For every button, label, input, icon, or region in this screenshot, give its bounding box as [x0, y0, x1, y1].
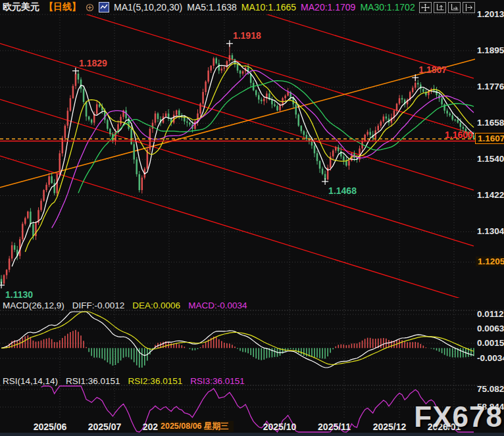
- rsi-panel-header: RSI(14,14,14) RSI1:36.0151 RSI2:36.0151 …: [3, 376, 245, 386]
- ma-group-label: MA1(5,10,20,30): [114, 2, 182, 12]
- time-axis-label: 2025/06: [34, 422, 67, 432]
- macd-axis-tick: 0.0112: [477, 309, 504, 319]
- ma30-value: MA30:1.1702: [360, 2, 415, 12]
- trading-chart-screen: 欧元美元 【日线】 MA1(5,10,20,30) MA5:1.1638 MA1…: [0, 0, 504, 436]
- time-axis-label: 2025/12: [373, 422, 407, 432]
- y-axis-tick: 1.1540: [477, 154, 504, 164]
- auto-fit-y-axis-icon[interactable]: [434, 2, 446, 13]
- ma5-value: MA5:1.1638: [187, 2, 237, 12]
- macd-macd-value: MACD:-0.0034: [188, 301, 247, 310]
- y-axis-tick: 1.1895: [477, 45, 504, 55]
- time-axis-label: 2025/11: [318, 422, 351, 432]
- pan-tool-icon[interactable]: [419, 2, 432, 13]
- y-axis-tick: 1.1304: [477, 226, 504, 236]
- extreme-price-label: 1.1918: [233, 30, 261, 41]
- symbol-name: 欧元美元: [3, 1, 39, 13]
- extreme-price-label: 1.1807: [418, 64, 447, 75]
- current-price-badge: 1.1607: [475, 133, 504, 144]
- macd-axis-tick: 0.0015: [477, 338, 504, 348]
- rsi1-value: RSI1:36.0151: [66, 376, 120, 386]
- rsi-axis-tick: 75.0829: [477, 384, 504, 394]
- time-axis-label: 2025/07: [88, 422, 122, 432]
- jump-to-latest-icon[interactable]: [463, 2, 475, 13]
- time-axis-label: 2026/01: [428, 422, 461, 432]
- rsi3-value: RSI3:36.0151: [190, 376, 245, 386]
- macd-diff-value: DIFF:-0.0012: [72, 301, 125, 310]
- extreme-price-label: 1.1829: [79, 58, 107, 68]
- y-axis-tick: 1.1658: [477, 118, 504, 128]
- y-axis-tick: 1.1422: [477, 190, 504, 200]
- level-line-label: 1.1600: [445, 130, 473, 140]
- y-axis-tick: 1.1776: [477, 82, 504, 91]
- time-axis-label: 2025/10: [263, 422, 297, 432]
- rsi2-value: RSI2:36.0151: [128, 376, 183, 386]
- macd-dea-value: DEA:0.0006: [132, 301, 180, 310]
- bottom-scroll-strip[interactable]: [0, 433, 504, 436]
- alert-level-badge: 1.1205: [476, 256, 504, 266]
- macd-axis-tick: 0.0063: [477, 324, 504, 333]
- auto-fit-x-axis-icon[interactable]: [448, 2, 461, 13]
- rsi-params: RSI(14,14,14): [3, 376, 58, 386]
- timeframe-label[interactable]: 【日线】: [44, 1, 81, 13]
- date-tooltip: 2025/08/06 星期三: [158, 421, 234, 432]
- macd-panel-header: MACD(26,12,9) DIFF:-0.0012 DEA:0.0006 MA…: [3, 301, 247, 310]
- ma20-value: MA20:1.1709: [301, 2, 355, 12]
- extreme-price-label: 1.1130: [5, 289, 33, 300]
- macd-params: MACD(26,12,9): [3, 301, 64, 310]
- extreme-price-label: 1.1468: [328, 185, 357, 196]
- ma-indicator-icon[interactable]: [99, 2, 109, 12]
- chart-toolbar: [419, 2, 475, 13]
- rsi-axis-tick: 58.8444: [477, 402, 504, 412]
- add-indicator-icon[interactable]: [86, 3, 94, 12]
- macd-axis-tick: -0.0034: [477, 353, 504, 363]
- ma10-value: MA10:1.1665: [241, 2, 296, 12]
